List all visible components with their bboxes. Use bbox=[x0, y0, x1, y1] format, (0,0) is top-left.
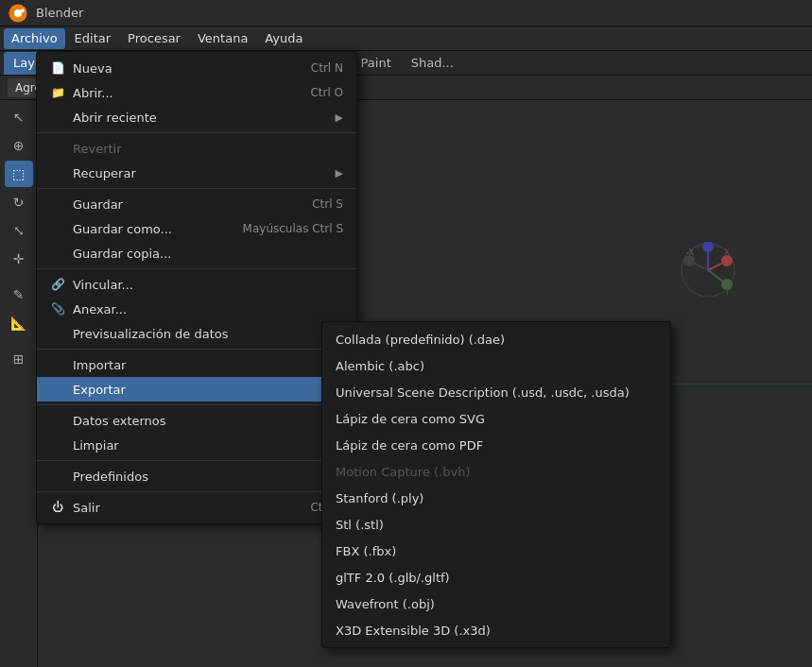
guardar-shortcut: Ctrl S bbox=[312, 197, 343, 211]
menu-ventana[interactable]: Ventana bbox=[190, 28, 255, 49]
export-collada[interactable]: Collada (predefinido) (.dae) bbox=[322, 326, 670, 352]
menu-nueva[interactable]: 📄 Nueva Ctrl N bbox=[37, 56, 356, 80]
menu-prev-datos[interactable]: Previsualización de datos ▶ bbox=[37, 321, 356, 346]
menu-exportar[interactable]: Exportar ▶ bbox=[37, 377, 356, 402]
guardar-como-shortcut: Mayúsculas Ctrl S bbox=[243, 222, 343, 235]
top-bar: Blender bbox=[0, 0, 812, 26]
menu-bar: Archivo Editar Procesar Ventana Ayuda bbox=[0, 26, 812, 51]
sep6 bbox=[37, 460, 356, 461]
importar-label: Importar bbox=[73, 358, 126, 372]
nueva-icon: 📄 bbox=[50, 61, 65, 75]
export-stl[interactable]: Stl (.stl) bbox=[322, 511, 670, 538]
sidebar-scale-icon[interactable]: ⤡ bbox=[5, 217, 33, 244]
sidebar-move-icon[interactable]: ⬚ bbox=[5, 161, 33, 187]
menu-limpiar[interactable]: Limpiar ▶ bbox=[37, 433, 356, 457]
guardar-copia-label: Guardar copia... bbox=[73, 247, 171, 261]
limpiar-label: Limpiar bbox=[73, 438, 119, 453]
svg-text:Z: Z bbox=[705, 242, 711, 248]
export-usd[interactable]: Universal Scene Description (.usd, .usdc… bbox=[322, 379, 670, 405]
sidebar-cursor-icon[interactable]: ⊕ bbox=[5, 132, 33, 159]
abrir-icon: 📁 bbox=[50, 86, 65, 99]
recuperar-arrow: ▶ bbox=[336, 167, 343, 180]
abrir-reciente-label: Abrir reciente bbox=[73, 111, 157, 125]
menu-ayuda[interactable]: Ayuda bbox=[257, 28, 310, 49]
app-title: Blender bbox=[36, 6, 83, 20]
svg-text:-X: -X bbox=[686, 248, 694, 257]
menu-predefinidos[interactable]: Predefinidos ▶ bbox=[37, 464, 356, 488]
export-svg-label: Lápiz de cera como SVG bbox=[336, 412, 485, 426]
menu-salir[interactable]: ⏻ Salir Ctrl Q bbox=[37, 495, 356, 520]
sep2 bbox=[37, 188, 356, 189]
abrir-label: Abrir... bbox=[73, 86, 113, 100]
abrir-reciente-arrow: ▶ bbox=[336, 111, 343, 124]
exportar-label: Exportar bbox=[73, 383, 126, 397]
sidebar-annotate-icon[interactable]: ✎ bbox=[5, 282, 33, 308]
anexar-icon: 📎 bbox=[50, 302, 65, 316]
sidebar-select-icon[interactable]: ↖ bbox=[5, 104, 33, 130]
guardar-label: Guardar bbox=[73, 197, 123, 212]
svg-text:Y: Y bbox=[724, 288, 730, 297]
export-pdf[interactable]: Lápiz de cera como PDF bbox=[322, 432, 670, 458]
menu-guardar-copia[interactable]: Guardar copia... bbox=[37, 241, 356, 265]
blender-logo[interactable] bbox=[8, 3, 28, 24]
export-obj-label: Wavefront (.obj) bbox=[336, 597, 435, 611]
menu-importar[interactable]: Importar ▶ bbox=[37, 352, 356, 377]
export-usd-label: Universal Scene Description (.usd, .usdc… bbox=[336, 385, 630, 400]
recuperar-label: Recuperar bbox=[73, 166, 136, 180]
export-stl-label: Stl (.stl) bbox=[336, 518, 384, 532]
anexar-label: Anexar... bbox=[73, 302, 127, 316]
prev-datos-label: Previsualización de datos bbox=[73, 327, 228, 341]
predefinidos-label: Predefinidos bbox=[73, 470, 148, 484]
export-gltf[interactable]: glTF 2.0 (.glb/.gltf) bbox=[322, 564, 670, 590]
menu-guardar[interactable]: Guardar Ctrl S bbox=[37, 192, 356, 216]
menu-vincular[interactable]: 🔗 Vincular... bbox=[37, 272, 356, 297]
svg-text:X: X bbox=[724, 248, 730, 257]
sep5 bbox=[37, 404, 356, 405]
export-obj[interactable]: Wavefront (.obj) bbox=[322, 590, 670, 617]
sidebar-transform-icon[interactable]: ✛ bbox=[5, 246, 33, 272]
export-collada-label: Collada (predefinido) (.dae) bbox=[336, 333, 505, 347]
menu-recuperar[interactable]: Recuperar ▶ bbox=[37, 161, 356, 185]
menu-abrir[interactable]: 📁 Abrir... Ctrl O bbox=[37, 80, 356, 105]
export-fbx-label: FBX (.fbx) bbox=[336, 544, 396, 558]
tab-shading[interactable]: Shad... bbox=[402, 52, 463, 75]
menu-datos-externos[interactable]: Datos externos ▶ bbox=[37, 408, 356, 433]
svg-point-1 bbox=[14, 9, 22, 17]
export-x3d[interactable]: X3D Extensible 3D (.x3d) bbox=[322, 617, 670, 643]
menu-editar[interactable]: Editar bbox=[67, 28, 119, 49]
export-svg[interactable]: Lápiz de cera como SVG bbox=[322, 405, 670, 432]
export-x3d-label: X3D Extensible 3D (.x3d) bbox=[336, 624, 491, 638]
abrir-shortcut: Ctrl O bbox=[310, 86, 343, 99]
guardar-como-label: Guardar como... bbox=[73, 222, 172, 236]
menu-revertir: Revertir bbox=[37, 136, 356, 161]
sidebar-rotate-icon[interactable]: ↻ bbox=[5, 189, 33, 215]
salir-icon: ⏻ bbox=[50, 501, 65, 514]
export-alembic-label: Alembic (.abc) bbox=[336, 359, 424, 373]
sidebar-add-icon[interactable]: ⊞ bbox=[5, 346, 33, 372]
menu-guardar-como[interactable]: Guardar como... Mayúsculas Ctrl S bbox=[37, 216, 356, 241]
export-submenu: Collada (predefinido) (.dae) Alembic (.a… bbox=[321, 321, 671, 648]
menu-anexar[interactable]: 📎 Anexar... bbox=[37, 297, 356, 321]
vincular-label: Vincular... bbox=[73, 278, 133, 292]
menu-procesar[interactable]: Procesar bbox=[120, 28, 188, 49]
export-bvh-label: Motion Capture (.bvh) bbox=[336, 465, 471, 479]
sidebar-measure-icon[interactable]: 📐 bbox=[5, 310, 33, 336]
export-ply[interactable]: Stanford (.ply) bbox=[322, 485, 670, 511]
menu-archivo[interactable]: Archivo bbox=[4, 28, 65, 49]
sep7 bbox=[37, 491, 356, 492]
svg-point-2 bbox=[21, 9, 25, 12]
viewport-gizmo[interactable]: X -X Y Z bbox=[680, 242, 736, 299]
export-ply-label: Stanford (.ply) bbox=[336, 491, 423, 505]
export-alembic[interactable]: Alembic (.abc) bbox=[322, 352, 670, 379]
revertir-label: Revertir bbox=[73, 142, 122, 156]
nueva-label: Nueva bbox=[73, 61, 112, 76]
export-fbx[interactable]: FBX (.fbx) bbox=[322, 538, 670, 564]
archivo-menu: 📄 Nueva Ctrl N 📁 Abrir... Ctrl O Abrir r… bbox=[36, 51, 357, 524]
sep3 bbox=[37, 268, 356, 269]
export-pdf-label: Lápiz de cera como PDF bbox=[336, 438, 483, 453]
menu-abrir-reciente[interactable]: Abrir reciente ▶ bbox=[37, 105, 356, 129]
vincular-icon: 🔗 bbox=[50, 278, 65, 291]
export-gltf-label: glTF 2.0 (.glb/.gltf) bbox=[336, 571, 450, 585]
salir-label: Salir bbox=[73, 501, 100, 515]
sep4 bbox=[37, 349, 356, 350]
